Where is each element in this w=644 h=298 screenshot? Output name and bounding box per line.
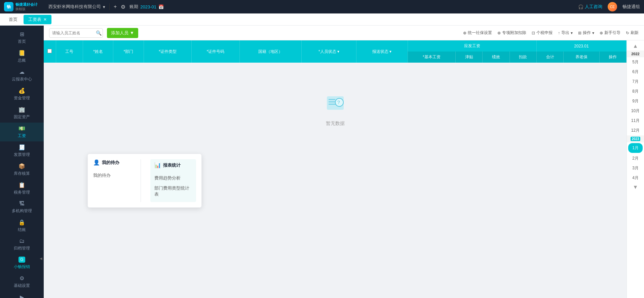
main-layout: ⊞ 首页 📒 总账 ☁ 云报表中心 💰 资金管理 🏢 固定资产 💵 工资 🧾 发… — [0, 26, 644, 298]
sidebar-item-multi-org[interactable]: 🏗 多机构管理 — [0, 198, 44, 217]
month-2023-01[interactable]: 1月 — [628, 143, 643, 153]
th-cert-type: *证件类型 — [144, 40, 192, 63]
month-2022-12[interactable]: 12月 — [627, 126, 644, 135]
month-2022-07[interactable]: 7月 — [627, 77, 644, 87]
month-nav-down[interactable]: ▼ — [627, 183, 644, 192]
th-status: *人员状态 ▾ — [302, 40, 356, 63]
salary-table: 工号 *姓名 *部门 *证件类型 *证件号码 国籍（地区） *人员状态 ▾ 报送… — [44, 40, 627, 63]
settings-btn[interactable]: ⚙ — [121, 4, 125, 10]
operations-arrow-icon: ▾ — [592, 31, 594, 35]
dropdown-col-header-report: 📊 报表统计 — [154, 162, 192, 170]
personal-tax-icon: ⊡ — [532, 31, 535, 35]
archive-icon: 🗂 — [19, 238, 25, 244]
fund-icon: 💰 — [18, 88, 25, 94]
period-label: 账期 — [129, 4, 138, 10]
sidebar-item-fixed-assets[interactable]: 🏢 固定资产 — [0, 104, 44, 123]
th-checkbox[interactable] — [44, 40, 56, 63]
month-sidebar: ▲ 2022 5月 6月 7月 8月 9月 10月 11月 12月 2023 1… — [627, 40, 644, 298]
sidebar-item-home[interactable]: ⊞ 首页 — [0, 28, 44, 47]
pending-col-icon: 👤 — [93, 159, 100, 166]
empty-icon: ? — [322, 90, 349, 117]
sidebar-item-tax[interactable]: 📋 税务管理 — [0, 179, 44, 198]
sidebar-item-new-guide[interactable]: ▶ 新手引导 — [0, 291, 44, 298]
th-date-group: 2023.01 — [536, 40, 626, 52]
add-company-btn[interactable]: + — [114, 4, 117, 10]
sidebar-item-archive[interactable]: 🗂 归档管理 — [0, 235, 44, 254]
logo-initials: 畅 — [7, 4, 11, 10]
sidebar-item-closing[interactable]: 🔒 结账 — [0, 217, 44, 235]
special-deduction-btn[interactable]: ⊕ 专项附加扣除 — [497, 30, 526, 36]
dropdown-col-header-pending: 👤 我的待办 — [93, 159, 131, 167]
th-cert-no: *证件号码 — [192, 40, 240, 63]
month-2022-08[interactable]: 8月 — [627, 87, 644, 96]
year-2023-header: 2023 — [627, 135, 644, 142]
report-filter-icon[interactable]: ▾ — [389, 49, 391, 54]
month-2022-11[interactable]: 11月 — [627, 116, 644, 126]
support-btn[interactable]: 🎧 人工咨询 — [578, 4, 602, 10]
assets-icon: 🏢 — [18, 106, 25, 113]
search-input[interactable] — [52, 31, 96, 35]
th-operation: 操作 — [599, 52, 626, 63]
sidebar-item-inventory[interactable]: 📦 库存核算 — [0, 160, 44, 179]
add-person-btn[interactable]: 添加人员 ▼ — [107, 28, 138, 38]
month-2023-03[interactable]: 3月 — [627, 163, 644, 173]
tab-close-icon[interactable]: ✕ — [43, 17, 47, 22]
month-2022-09[interactable]: 9月 — [627, 96, 644, 106]
operations-btn[interactable]: ⊞ 操作 ▾ — [578, 30, 594, 36]
toolbar: 🔍 添加人员 ▼ ⊕ 统一社保设置 ⊕ 专项附加扣除 ⊡ 个税申报 — [44, 26, 644, 40]
dropdown-item-my-pending[interactable]: 我的待办 — [93, 170, 131, 180]
sidebar-item-invoice[interactable]: 🧾 发票管理 — [0, 141, 44, 160]
month-2023-04[interactable]: 4月 — [627, 173, 644, 183]
dropdown-item-dept-expense[interactable]: 部门费用类型统计表 — [154, 183, 192, 199]
th-name: *姓名 — [83, 40, 113, 63]
month-2022-10[interactable]: 10月 — [627, 106, 644, 116]
month-nav-up[interactable]: ▲ — [627, 42, 644, 51]
dropdown-col-report: 📊 报表统计 费用趋势分析 部门费用类型统计表 — [150, 159, 196, 202]
company-name: 西安虾米网络科技有限公司 — [48, 4, 101, 10]
cloud-icon: ☁ — [19, 69, 25, 75]
empty-state: ? 暂无数据 — [44, 63, 627, 154]
multi-org-icon: 🏗 — [19, 201, 25, 207]
sidebar-item-salary[interactable]: 💵 工资 — [0, 123, 44, 141]
settings-icon: ⚙ — [20, 275, 24, 282]
search-box: 🔍 — [49, 28, 103, 38]
guide-icon: ▶ — [20, 294, 24, 298]
sidebar-item-fund[interactable]: 💰 资金管理 — [0, 85, 44, 104]
tab-salary[interactable]: 工资表 ✕ — [24, 15, 51, 24]
dropdown-item-expense-trend[interactable]: 费用趋势分析 — [154, 173, 192, 183]
divider1 — [109, 3, 110, 10]
personal-tax-btn[interactable]: ⊡ 个税申报 — [532, 30, 553, 36]
xiaochang-dropdown: 👤 我的待办 我的待办 📊 报表统计 费用趋势分析 — [87, 154, 202, 208]
empty-text: 暂无数据 — [326, 121, 345, 127]
tab-home[interactable]: 首页 — [4, 15, 22, 24]
refresh-btn[interactable]: ↻ 刷新 — [626, 30, 639, 36]
dropdown-cols: 👤 我的待办 我的待办 📊 报表统计 费用趋势分析 — [93, 159, 196, 202]
company-arrow-icon: ▾ — [103, 4, 105, 9]
company-selector[interactable]: 西安虾米网络科技有限公司 ▾ — [48, 4, 105, 10]
operations-icon: ⊞ — [578, 31, 581, 35]
user-name[interactable]: 畅捷通组 — [622, 4, 640, 10]
status-filter-icon[interactable]: ▾ — [337, 49, 339, 54]
month-2022-06[interactable]: 6月 — [627, 67, 644, 77]
xiaochang-icon: G — [18, 257, 25, 263]
social-security-btn[interactable]: ⊕ 统一社保设置 — [463, 30, 492, 36]
select-all-checkbox[interactable] — [47, 49, 52, 53]
user-avatar: CE — [608, 2, 617, 11]
th-pension: 养老保 — [564, 52, 599, 63]
dropdown-col-pending: 👤 我的待办 我的待办 — [93, 159, 131, 202]
month-2023-02[interactable]: 2月 — [627, 154, 644, 163]
search-icon[interactable]: 🔍 — [96, 30, 102, 36]
tab-bar: 首页 工资表 ✕ — [0, 13, 644, 26]
new-guide-btn[interactable]: ⊕ 新手引导 — [600, 30, 620, 36]
month-2022-05[interactable]: 5月 — [627, 57, 644, 67]
th-report-status: 报送状态 ▾ — [356, 40, 408, 63]
sidebar-item-xiaochang[interactable]: G 小畅报销 ◀ — [0, 254, 44, 272]
sidebar-item-basic-settings[interactable]: ⚙ 基础设置 — [0, 272, 44, 291]
export-btn[interactable]: ↑ 导出 ▾ — [558, 30, 573, 36]
sidebar-item-ledger[interactable]: 📒 总账 — [0, 47, 44, 66]
headset-icon: 🎧 — [578, 4, 583, 9]
calendar-icon[interactable]: 📅 — [158, 4, 164, 9]
sidebar-item-cloud-report[interactable]: ☁ 云报表中心 — [0, 66, 44, 85]
special-deduction-icon: ⊕ — [497, 31, 501, 35]
closing-icon: 🔒 — [18, 219, 25, 226]
